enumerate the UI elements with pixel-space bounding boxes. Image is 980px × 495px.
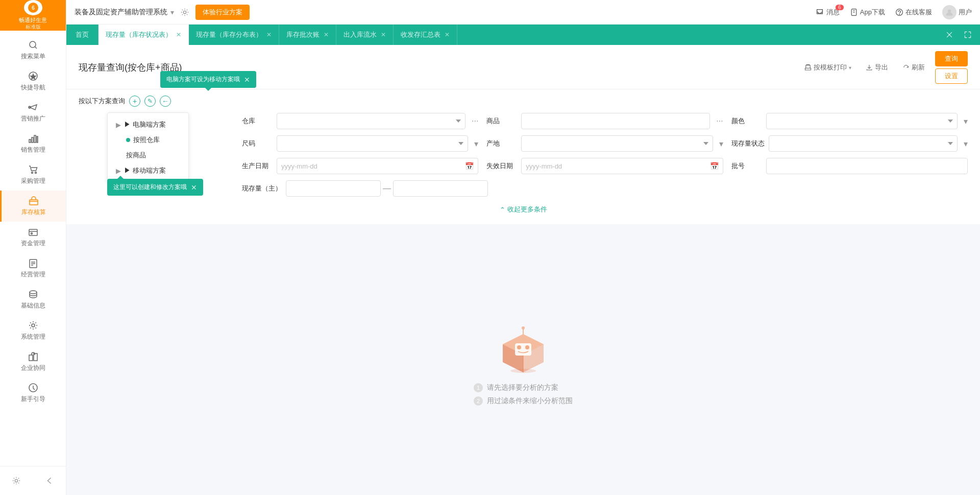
main-area: 装备及固定资产辅助管理系统 ▾ 体验行业方案 消息 6 App下载 在线客服 <box>66 0 980 495</box>
filter-add-btn[interactable]: + <box>129 96 140 107</box>
online-support-btn[interactable]: 在线客服 <box>895 8 932 17</box>
svg-line-3 <box>35 47 37 49</box>
sidebar-item-guide[interactable]: 新手引导 <box>0 378 66 409</box>
sidebar-nav: 搜索菜单 快捷导航 营销推广 销售管理 采购管理 库存核算 资金管理 经营管理 <box>0 31 66 466</box>
svg-point-11 <box>31 172 33 174</box>
plan-tree-mobile-arrow: ▶ <box>116 167 121 175</box>
empty-tip-1: 1 请先选择要分析的方案 <box>474 383 573 392</box>
filter-back-btn[interactable]: ← <box>160 96 171 107</box>
prod-date-icon: 📅 <box>465 162 474 170</box>
filter-rows: 仓库 ··· 商品 ··· 颜色 <box>242 113 968 197</box>
print-template-btn[interactable]: 按模板打印 ▾ <box>800 61 855 74</box>
refresh-btn[interactable]: 刷新 <box>898 61 929 74</box>
svg-rect-36 <box>806 65 810 68</box>
sidebar-item-finance[interactable]: 资金管理 <box>0 222 66 253</box>
tab-inventory-status[interactable]: 现存量（库存状况表） ✕ <box>99 25 189 45</box>
svg-point-12 <box>35 172 36 174</box>
origin-select[interactable] <box>521 135 713 152</box>
filter-header-label: 按以下方案查询 <box>79 97 125 106</box>
empty-illustration <box>493 314 554 375</box>
size-select[interactable] <box>277 135 468 152</box>
svg-rect-10 <box>37 136 38 143</box>
tabbar-right <box>937 25 980 45</box>
filter-field-size: 尺码 ▾ <box>242 135 478 152</box>
sidebar-label-marketing: 营销推广 <box>21 114 45 123</box>
query-btn[interactable]: 查询 <box>935 51 968 66</box>
tab-home[interactable]: 首页 <box>66 25 99 45</box>
plan-tree-item1[interactable]: 按照仓库 <box>118 132 188 148</box>
tab-inventory-dist[interactable]: 现存量（库存分布表） ✕ <box>189 25 279 45</box>
plan-tree-desktop[interactable]: ▶ ▶ 电脑端方案 <box>108 117 188 132</box>
tab-batch-ledger[interactable]: 库存批次账 ✕ <box>279 25 336 45</box>
plan-tree-item2[interactable]: 按商品 <box>118 148 188 163</box>
tab-close-inventory-dist[interactable]: ✕ <box>266 31 272 38</box>
tab-inout-flow[interactable]: 出入库流水 ✕ <box>336 25 394 45</box>
sidebar-settings-btn[interactable] <box>8 473 24 489</box>
goods-label: 商品 <box>486 116 517 126</box>
tab-recv-send[interactable]: 收发存汇总表 ✕ <box>394 25 457 45</box>
tab-close-all-btn[interactable] <box>942 28 957 42</box>
svg-point-27 <box>183 11 186 13</box>
color-select[interactable] <box>766 113 958 129</box>
filter-field-warehouse: 仓库 ··· <box>242 113 478 129</box>
origin-label: 产地 <box>486 139 517 148</box>
system-name: 装备及固定资产辅助管理系统 ▾ <box>75 8 174 17</box>
expiry-date-label: 失效日期 <box>486 161 517 171</box>
sidebar-collapse-btn[interactable] <box>41 473 58 489</box>
filter-row-1: 仓库 ··· 商品 ··· 颜色 <box>242 113 968 129</box>
filter-edit-btn[interactable]: ✎ <box>144 96 156 107</box>
svg-rect-37 <box>515 343 531 356</box>
stock-qty-min[interactable] <box>286 180 381 197</box>
filter-field-color: 颜色 ▾ <box>731 113 968 129</box>
warehouse-select[interactable] <box>277 113 465 129</box>
color-dropdown-arrow: ▾ <box>964 116 968 126</box>
svg-point-22 <box>32 324 35 327</box>
tabbar: 首页 现存量（库存状况表） ✕ 现存量（库存分布表） ✕ 库存批次账 ✕ 出入库… <box>66 25 980 45</box>
sidebar-item-inventory[interactable]: 库存核算 <box>0 191 66 222</box>
tab-fullscreen-btn[interactable] <box>961 28 975 42</box>
trial-btn[interactable]: 体验行业方案 <box>195 5 250 20</box>
tab-close-inout-flow[interactable]: ✕ <box>381 31 386 38</box>
settings-filter-btn[interactable]: 设置 <box>935 68 968 84</box>
logo-icon: 6 <box>24 0 42 15</box>
sidebar-item-search[interactable]: 搜索菜单 <box>0 35 66 66</box>
svg-rect-13 <box>30 200 38 205</box>
filter-row-2: 尺码 ▾ 产地 ▾ <box>242 135 968 152</box>
filter-field-goods: 商品 ··· <box>486 113 723 129</box>
svg-point-38 <box>517 345 521 349</box>
tab-close-batch-ledger[interactable]: ✕ <box>324 31 329 38</box>
collapse-more-btn[interactable]: ⌃ 收起更多条件 <box>79 201 968 218</box>
user-profile-btn[interactable]: 用户 <box>942 5 972 19</box>
tooltip1-close-btn[interactable]: ✕ <box>244 76 250 84</box>
export-btn[interactable]: 导出 <box>862 61 892 74</box>
sidebar-item-quick-nav[interactable]: 快捷导航 <box>0 66 66 97</box>
app-download-btn[interactable]: App下载 <box>850 8 885 17</box>
svg-rect-8 <box>32 137 33 143</box>
filter-fields-container: 仓库 ··· 商品 ··· 颜色 <box>242 113 968 197</box>
tab-close-recv-send[interactable]: ✕ <box>445 31 450 38</box>
sidebar-item-operations[interactable]: 经营管理 <box>0 253 66 284</box>
warehouse-label: 仓库 <box>242 116 273 126</box>
batch-input[interactable] <box>766 158 968 174</box>
svg-point-33 <box>948 9 951 12</box>
tip-num-2: 2 <box>474 396 483 406</box>
message-btn[interactable]: 消息 6 <box>815 8 840 17</box>
sidebar-item-purchase[interactable]: 采购管理 <box>0 159 66 191</box>
topbar: 装备及固定资产辅助管理系统 ▾ 体验行业方案 消息 6 App下载 在线客服 <box>66 0 980 25</box>
stock-qty-max[interactable] <box>393 180 488 197</box>
sidebar-item-system[interactable]: 系统管理 <box>0 315 66 346</box>
sidebar-item-sales[interactable]: 销售管理 <box>0 128 66 159</box>
goods-input[interactable] <box>521 113 710 129</box>
stock-qty-range: — <box>286 180 488 197</box>
prod-date-input[interactable]: yyyy-mm-dd 📅 <box>277 158 478 174</box>
sidebar-item-marketing[interactable]: 营销推广 <box>0 97 66 128</box>
settings-gear-btn[interactable] <box>180 8 189 17</box>
sidebar-item-enterprise[interactable]: 企业协同 <box>0 346 66 378</box>
stock-status-select[interactable] <box>769 135 958 152</box>
tab-close-inventory-status[interactable]: ✕ <box>176 31 181 38</box>
svg-point-42 <box>510 369 536 373</box>
sidebar-item-basic-info[interactable]: 基础信息 <box>0 284 66 315</box>
expiry-date-input[interactable]: yyyy-mm-dd 📅 <box>521 158 723 174</box>
tooltip2-close-btn[interactable]: ✕ <box>191 183 197 192</box>
filter-field-batch: 批号 <box>731 158 968 174</box>
